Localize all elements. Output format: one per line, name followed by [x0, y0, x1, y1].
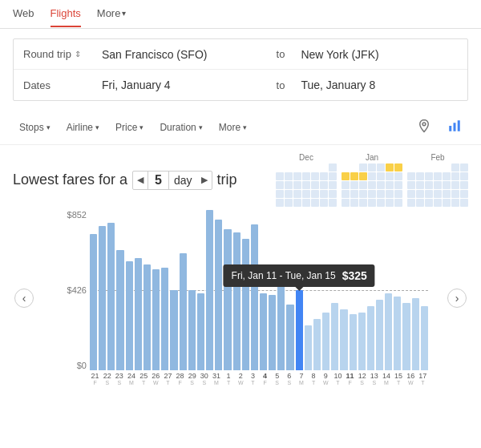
x-axis-number: 28 — [175, 372, 185, 380]
chart-next-button[interactable]: › — [447, 289, 467, 308]
bar[interactable] — [421, 306, 428, 370]
bar[interactable] — [402, 303, 410, 370]
bar[interactable] — [161, 268, 168, 370]
bar[interactable] — [412, 298, 419, 370]
day-increment-button[interactable]: ▶ — [197, 173, 212, 187]
bar[interactable] — [170, 290, 177, 370]
x-axis-number: 13 — [369, 372, 379, 380]
cal-cell — [460, 181, 468, 189]
price-filter[interactable]: Price ▾ — [109, 119, 150, 136]
bar[interactable] — [367, 306, 374, 370]
x-axis-number: 2 — [236, 372, 246, 380]
bar[interactable] — [197, 293, 204, 370]
bar[interactable] — [376, 300, 383, 370]
bar[interactable] — [286, 305, 293, 370]
bar[interactable] — [242, 239, 249, 370]
nav-web[interactable]: Web — [13, 1, 34, 27]
fare-prefix: Lowest fares for a — [13, 172, 127, 188]
top-nav: Web Flights More ▾ — [0, 0, 481, 29]
bar[interactable] — [313, 319, 321, 370]
bar[interactable] — [358, 313, 366, 370]
nav-flights[interactable]: Flights — [51, 1, 81, 27]
cal-cell — [350, 190, 358, 198]
bar[interactable] — [116, 250, 123, 370]
bar[interactable] — [269, 295, 276, 370]
x-axis-letter: T — [139, 380, 149, 385]
x-axis-letter: S — [187, 380, 197, 385]
airline-filter[interactable]: Airline ▾ — [60, 119, 106, 136]
bar[interactable] — [331, 303, 338, 370]
x-axis-letter: T — [333, 380, 343, 385]
day-unit: day — [169, 172, 197, 188]
day-decrement-button[interactable]: ◀ — [133, 173, 148, 187]
x-axis-letter: T — [418, 380, 428, 385]
trip-type-selector[interactable]: Round trip ⇕ — [14, 48, 94, 60]
day-value: 5 — [148, 172, 169, 189]
bar[interactable] — [215, 220, 222, 370]
cal-cell — [377, 181, 385, 189]
bar[interactable] — [99, 226, 106, 370]
day-control[interactable]: ◀ 5 day ▶ — [132, 171, 212, 190]
x-axis-letter: T — [224, 380, 234, 385]
more-chevron-icon: ▾ — [243, 123, 247, 131]
cal-cell — [443, 181, 451, 189]
bar[interactable] — [206, 210, 213, 370]
cal-cell — [443, 190, 451, 198]
cal-cell — [329, 190, 337, 198]
bar[interactable] — [340, 309, 347, 370]
stops-filter[interactable]: Stops ▾ — [13, 119, 57, 136]
bar[interactable] — [90, 234, 97, 370]
cal-cell — [302, 199, 310, 207]
map-icon-button[interactable] — [410, 115, 438, 139]
bar[interactable] — [350, 314, 357, 370]
x-axis-letter: F — [175, 380, 185, 385]
cal-cell — [311, 181, 319, 189]
bar[interactable] — [305, 325, 312, 370]
cal-cell — [407, 199, 415, 207]
bar[interactable]: Fri, Jan 11 - Tue, Jan 15$325 — [296, 290, 303, 370]
trip-type-arrow-icon: ⇕ — [75, 50, 81, 59]
bar[interactable] — [251, 224, 258, 370]
bar[interactable] — [277, 282, 285, 370]
bar[interactable] — [152, 269, 160, 370]
x-axis-number: 22 — [102, 372, 112, 380]
x-axis-letter: F — [90, 380, 100, 385]
date-from-input[interactable] — [94, 72, 269, 98]
bar[interactable] — [385, 293, 392, 370]
bar[interactable] — [260, 293, 267, 370]
bar[interactable] — [126, 261, 133, 370]
chevron-down-icon: ▾ — [122, 9, 126, 18]
x-axis-letter: S — [199, 380, 209, 385]
x-axis-number: 16 — [406, 372, 416, 380]
cal-cell — [276, 199, 284, 207]
cal-cell — [377, 172, 385, 180]
x-axis-letter: M — [211, 380, 221, 385]
x-axis-number: 23 — [114, 372, 124, 380]
bar[interactable] — [233, 232, 240, 370]
cal-cell — [460, 190, 468, 198]
cal-cell — [368, 172, 376, 180]
bar[interactable] — [135, 258, 142, 370]
cal-cell — [320, 163, 328, 172]
chart-prev-button[interactable]: ‹ — [14, 289, 34, 308]
x-axis-number: 4 — [260, 372, 270, 380]
bar[interactable] — [188, 290, 196, 370]
cal-cell — [416, 190, 424, 198]
duration-filter[interactable]: Duration ▾ — [153, 119, 208, 136]
bar[interactable] — [143, 264, 151, 370]
x-axis-number: 3 — [248, 372, 258, 380]
nav-more[interactable]: More ▾ — [97, 1, 127, 27]
cal-cell — [416, 172, 424, 180]
cal-cell — [416, 181, 424, 189]
cal-cell — [394, 181, 402, 189]
origin-input[interactable] — [94, 42, 269, 67]
bar[interactable] — [322, 313, 329, 370]
bar[interactable] — [224, 229, 231, 370]
chart-icon-button[interactable] — [441, 115, 468, 139]
bar[interactable] — [394, 297, 401, 370]
more-filter[interactable]: More ▾ — [212, 119, 253, 136]
bar[interactable] — [180, 253, 187, 370]
cal-cell — [377, 190, 385, 198]
bar[interactable] — [107, 223, 115, 370]
dec-label: Dec — [299, 153, 313, 162]
